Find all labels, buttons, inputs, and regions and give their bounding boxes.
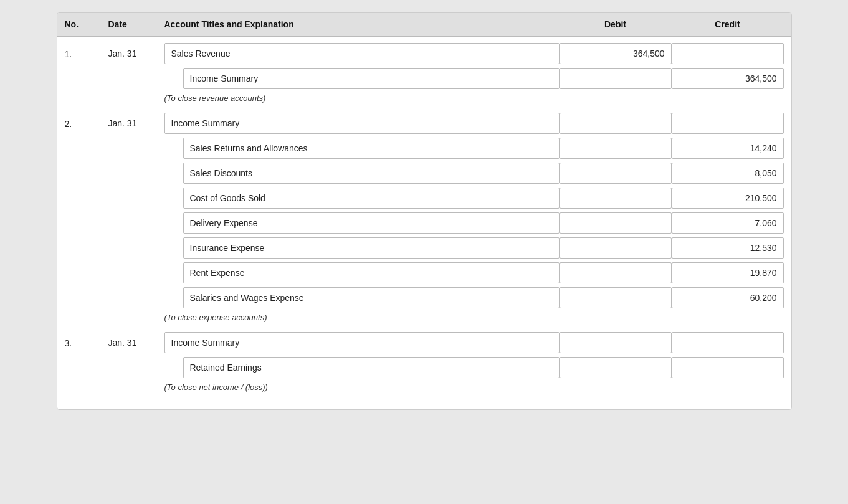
- col-no-header: No.: [65, 19, 108, 29]
- account-title-input[interactable]: [183, 212, 560, 234]
- debit-input[interactable]: [560, 43, 672, 64]
- credit-cell: [672, 188, 784, 209]
- entry-number: 2.: [65, 118, 108, 129]
- credit-input[interactable]: [672, 237, 784, 259]
- debit-cell: [560, 357, 672, 378]
- account-cell: [164, 287, 560, 308]
- credit-input[interactable]: [672, 43, 784, 64]
- entry-number: [65, 272, 108, 273]
- debit-cell: [560, 287, 672, 308]
- debit-cell: [560, 43, 672, 64]
- entry-number: 1.: [65, 48, 108, 59]
- col-credit-header: Credit: [672, 19, 784, 29]
- debit-input[interactable]: [560, 113, 672, 134]
- debit-cell: [560, 237, 672, 259]
- table-row: [65, 237, 784, 259]
- table-header: No. Date Account Titles and Explanation …: [57, 13, 791, 37]
- entry-number: [65, 247, 108, 249]
- account-cell: [164, 188, 560, 209]
- credit-cell: [672, 287, 784, 308]
- credit-input[interactable]: [672, 262, 784, 283]
- col-account-header: Account Titles and Explanation: [164, 19, 560, 29]
- entry-number: [65, 367, 108, 368]
- closing-note: (To close expense accounts): [164, 311, 267, 326]
- account-title-input[interactable]: [183, 237, 560, 259]
- credit-input[interactable]: [672, 113, 784, 134]
- table-row: [65, 262, 784, 283]
- account-title-input[interactable]: [183, 163, 560, 184]
- credit-cell: [672, 163, 784, 184]
- credit-input[interactable]: [672, 68, 784, 89]
- debit-input[interactable]: [560, 237, 672, 259]
- account-title-input[interactable]: [183, 138, 560, 159]
- debit-input[interactable]: [560, 287, 672, 308]
- table-row: [65, 68, 784, 89]
- journal-body: 1.Jan. 31(To close revenue accounts)2.Ja…: [57, 37, 791, 409]
- closing-note: (To close revenue accounts): [164, 92, 266, 107]
- entry-date: Jan. 31: [108, 118, 164, 128]
- entry-number: [65, 297, 108, 298]
- credit-cell: [672, 43, 784, 64]
- credit-input[interactable]: [672, 212, 784, 234]
- col-debit-header: Debit: [560, 19, 672, 29]
- debit-cell: [560, 212, 672, 234]
- account-cell: [164, 68, 560, 89]
- account-title-input[interactable]: [164, 113, 560, 134]
- credit-cell: [672, 237, 784, 259]
- credit-cell: [672, 332, 784, 353]
- note-row: (To close net income / (loss)): [65, 382, 784, 392]
- debit-cell: [560, 68, 672, 89]
- table-row: [65, 138, 784, 159]
- entry-number: [65, 197, 108, 199]
- account-cell: [164, 262, 560, 283]
- account-title-input[interactable]: [183, 287, 560, 308]
- table-row: 3.Jan. 31: [65, 332, 784, 353]
- debit-input[interactable]: [560, 332, 672, 353]
- closing-note: (To close net income / (loss)): [164, 381, 268, 396]
- credit-input[interactable]: [672, 357, 784, 378]
- debit-input[interactable]: [560, 188, 672, 209]
- credit-input[interactable]: [672, 163, 784, 184]
- account-title-input[interactable]: [164, 332, 560, 353]
- account-title-input[interactable]: [183, 262, 560, 283]
- debit-cell: [560, 113, 672, 134]
- debit-input[interactable]: [560, 68, 672, 89]
- account-cell: [164, 212, 560, 234]
- credit-input[interactable]: [672, 138, 784, 159]
- account-cell: [164, 357, 560, 378]
- table-row: 2.Jan. 31: [65, 113, 784, 134]
- account-cell: [164, 332, 560, 353]
- account-title-input[interactable]: [183, 357, 560, 378]
- credit-cell: [672, 113, 784, 134]
- table-row: [65, 357, 784, 378]
- entry-date: Jan. 31: [108, 49, 164, 59]
- debit-input[interactable]: [560, 357, 672, 378]
- table-row: [65, 188, 784, 209]
- table-row: [65, 287, 784, 308]
- debit-input[interactable]: [560, 163, 672, 184]
- account-title-input[interactable]: [164, 43, 560, 64]
- debit-input[interactable]: [560, 138, 672, 159]
- col-date-header: Date: [108, 19, 164, 29]
- credit-input[interactable]: [672, 188, 784, 209]
- debit-cell: [560, 262, 672, 283]
- account-cell: [164, 138, 560, 159]
- debit-cell: [560, 138, 672, 159]
- debit-cell: [560, 332, 672, 353]
- account-title-input[interactable]: [183, 68, 560, 89]
- note-row: (To close expense accounts): [65, 312, 784, 322]
- account-cell: [164, 113, 560, 134]
- note-row: (To close revenue accounts): [65, 93, 784, 103]
- credit-input[interactable]: [672, 287, 784, 308]
- account-title-input[interactable]: [183, 188, 560, 209]
- credit-cell: [672, 138, 784, 159]
- credit-input[interactable]: [672, 332, 784, 353]
- entry-number: [65, 173, 108, 174]
- account-cell: [164, 43, 560, 64]
- debit-input[interactable]: [560, 212, 672, 234]
- credit-cell: [672, 212, 784, 234]
- debit-input[interactable]: [560, 262, 672, 283]
- credit-cell: [672, 68, 784, 89]
- debit-cell: [560, 163, 672, 184]
- entry-number: 3.: [65, 337, 108, 348]
